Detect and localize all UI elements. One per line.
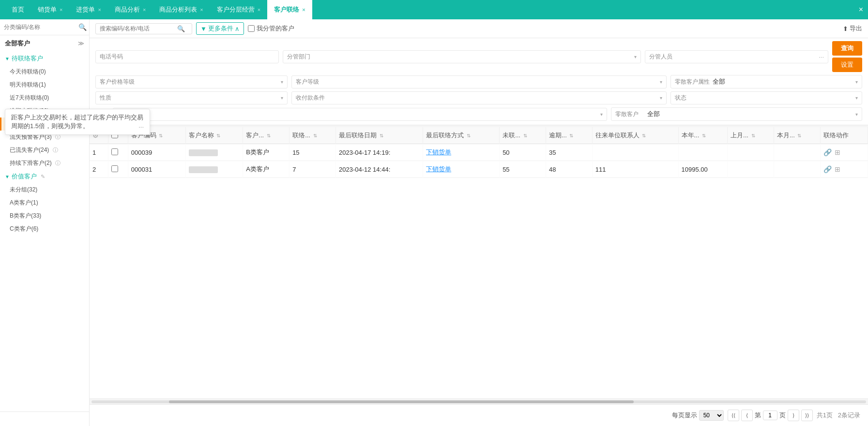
- sidebar-search-icon[interactable]: 🔍: [78, 23, 87, 31]
- prev-page-btn[interactable]: ⟨: [741, 410, 753, 421]
- row2-checkbox[interactable]: [111, 165, 118, 172]
- page-size-select[interactable]: 50 100 200: [699, 410, 724, 421]
- cell-this-month-1: [774, 144, 820, 161]
- sidebar-item-ungroups[interactable]: 未分组(32): [0, 183, 89, 196]
- filter-retail-customer[interactable]: 零散客户 全部 ▾: [611, 107, 862, 121]
- col-unit-contact[interactable]: 往来单位联系人 ⇅: [592, 127, 678, 144]
- filter-gender[interactable]: 性质 ▾: [95, 91, 288, 104]
- declining-info-icon: ⓘ: [55, 160, 61, 166]
- col-last-month[interactable]: 上月... ⇅: [728, 127, 774, 144]
- cell-this-month-2: [774, 161, 820, 178]
- main-layout: 🔍 全部客户 ≫ ▼ 待联络客户 今天待联络(0) 明天待联络(1) 近7天待联…: [0, 19, 868, 426]
- cell-overdue-2: 48: [546, 161, 592, 178]
- person-more-icon[interactable]: ···: [819, 53, 824, 60]
- page-navigation: ⟨⟨ ⟨ 第 页 ⟩ ⟩⟩: [728, 410, 813, 421]
- window-close-icon[interactable]: ×: [859, 5, 863, 14]
- filter-customer-level[interactable]: 客户等级 ▾: [291, 75, 667, 88]
- filter-phone[interactable]: 电话号码: [95, 50, 279, 63]
- filter-icon: ▼: [200, 25, 207, 32]
- close-purchase-order-icon[interactable]: ×: [98, 7, 101, 13]
- this-month-sort-icon: ⇅: [797, 133, 801, 138]
- cell-code-1: 000039: [128, 144, 185, 161]
- export-btn[interactable]: ⬆ 导出: [843, 24, 862, 33]
- close-product-analysis-list-icon[interactable]: ×: [200, 7, 203, 13]
- filter-customer-type[interactable]: 客户类型 ▾: [113, 108, 607, 121]
- filter-row-1: 电话号码 分管部门 ▾ 分管人员 ··· 查询 设置: [95, 41, 862, 72]
- customer-type-dropdown-icon: ▾: [600, 112, 603, 117]
- contact-icon-1[interactable]: 🔗: [823, 148, 832, 156]
- scrollbar-thumb[interactable]: [169, 400, 634, 403]
- sidebar-item-today-pending[interactable]: 今天待联络(0): [0, 65, 89, 78]
- col-last-method[interactable]: 最后联络方式 ⇅: [423, 127, 500, 144]
- sidebar-bottom: [0, 411, 89, 426]
- close-customer-segmentation-icon[interactable]: ×: [258, 7, 260, 13]
- col-type[interactable]: 客户... ⇅: [243, 127, 289, 144]
- filter-pay-term[interactable]: 收付款条件 ▾: [291, 91, 667, 104]
- col-last-date[interactable]: 最后联络日期 ⇅: [335, 127, 423, 144]
- more-action-icon-1[interactable]: ⊞: [835, 148, 840, 156]
- sidebar-search-area: 🔍: [0, 19, 89, 35]
- page-number-input[interactable]: [763, 411, 777, 420]
- cell-type-2: A类客户: [243, 161, 289, 178]
- first-page-btn[interactable]: ⟨⟨: [728, 410, 739, 421]
- last-method-link-2[interactable]: 下销货单: [426, 165, 451, 173]
- nav-sales-order[interactable]: 销货单 ×: [31, 0, 69, 19]
- value-edit-icon[interactable]: ✎: [41, 174, 45, 180]
- filter-dept[interactable]: 分管部门 ▾: [283, 50, 641, 63]
- filter-status[interactable]: 状态 ▾: [670, 91, 863, 104]
- cell-this-year-2: 10995.00: [678, 161, 728, 178]
- col-overdue[interactable]: 逾期... ⇅: [546, 127, 592, 144]
- row1-checkbox[interactable]: [111, 148, 118, 155]
- status-dropdown-icon: ▾: [855, 95, 858, 101]
- tooltip-close-icon[interactable]: ...: [138, 122, 144, 129]
- overdue-sort-icon: ⇅: [569, 133, 573, 138]
- collapse-sidebar-icon[interactable]: ≫: [78, 40, 84, 47]
- sidebar-item-tomorrow-pending[interactable]: 明天待联络(1): [0, 78, 89, 91]
- sidebar-item-b-class[interactable]: B类客户(33): [0, 209, 89, 222]
- sidebar-group-value[interactable]: ▼ 价值客户 ✎: [0, 170, 89, 183]
- settings-btn[interactable]: 设置: [832, 58, 862, 72]
- customer-name-blur-2: [189, 166, 218, 173]
- more-action-icon-2[interactable]: ⊞: [835, 165, 840, 173]
- col-uncontacted[interactable]: 未联... ⇅: [500, 127, 546, 144]
- col-contacts[interactable]: 联络... ⇅: [289, 127, 336, 144]
- sidebar-search-input[interactable]: [4, 24, 76, 30]
- close-product-analysis-icon[interactable]: ×: [143, 7, 146, 13]
- sidebar-item-churned[interactable]: 已流失客户(24) ⓘ: [0, 144, 89, 157]
- filter-search-input[interactable]: [100, 25, 177, 32]
- next-page-btn[interactable]: ⟩: [788, 410, 799, 421]
- close-customer-contact-icon[interactable]: ×: [302, 7, 305, 13]
- filter-retail-attr[interactable]: 零散客户属性 全部 ▾: [670, 75, 863, 88]
- last-page-btn[interactable]: ⟩⟩: [801, 410, 813, 421]
- nav-product-analysis[interactable]: 商品分析 ×: [108, 0, 152, 19]
- contact-icon-2[interactable]: 🔗: [823, 165, 832, 173]
- filter-action-buttons: 查询 设置: [832, 41, 862, 72]
- sidebar-item-7days-pending[interactable]: 近7天待联络(0): [0, 91, 89, 104]
- horizontal-scrollbar[interactable]: [90, 398, 868, 404]
- nav-customer-segmentation[interactable]: 客户分层经营 ×: [210, 0, 267, 19]
- last-method-link-1[interactable]: 下销货单: [426, 148, 451, 156]
- sidebar: 🔍 全部客户 ≫ ▼ 待联络客户 今天待联络(0) 明天待联络(1) 近7天待联…: [0, 19, 90, 426]
- filter-row-4: ··· 客户类型 ▾ 零散客户 全部 ▾: [95, 107, 862, 121]
- col-name[interactable]: 客户名称 ⇅: [185, 127, 243, 144]
- nav-product-analysis-list[interactable]: 商品分析列表 ×: [152, 0, 210, 19]
- table-header-row: ⚙ 客户编码 ⇅ 客户名称 ⇅: [90, 127, 868, 144]
- sidebar-group-pending[interactable]: ▼ 待联络客户: [0, 52, 89, 65]
- sidebar-item-a-class[interactable]: A类客户(1): [0, 196, 89, 209]
- table-row: 2 000031 A类客户 7 2023-04-12 14:44: 下销货单 5…: [90, 161, 868, 178]
- nav-purchase-order[interactable]: 进货单 ×: [69, 0, 107, 19]
- col-this-year[interactable]: 本年... ⇅: [678, 127, 728, 144]
- nav-customer-contact[interactable]: 客户联络 ×: [267, 0, 312, 19]
- col-this-month[interactable]: 本月... ⇅: [774, 127, 820, 144]
- sidebar-item-declining[interactable]: 持续下滑客户(2) ⓘ: [0, 157, 89, 170]
- customer-table: ⚙ 客户编码 ⇅ 客户名称 ⇅: [90, 127, 868, 178]
- nav-home[interactable]: 首页: [5, 0, 31, 19]
- close-sales-order-icon[interactable]: ×: [60, 7, 62, 13]
- filter-price-level[interactable]: 客户价格等级 ▾: [95, 75, 288, 88]
- filter-search-icon[interactable]: 🔍: [177, 25, 185, 32]
- query-btn[interactable]: 查询: [832, 41, 862, 56]
- sidebar-item-c-class[interactable]: C类客户(6): [0, 222, 89, 235]
- filter-person[interactable]: 分管人员 ···: [645, 50, 828, 63]
- more-conditions-btn[interactable]: ▼ 更多条件 ∧: [196, 22, 244, 35]
- my-customer-checkbox[interactable]: [248, 25, 255, 32]
